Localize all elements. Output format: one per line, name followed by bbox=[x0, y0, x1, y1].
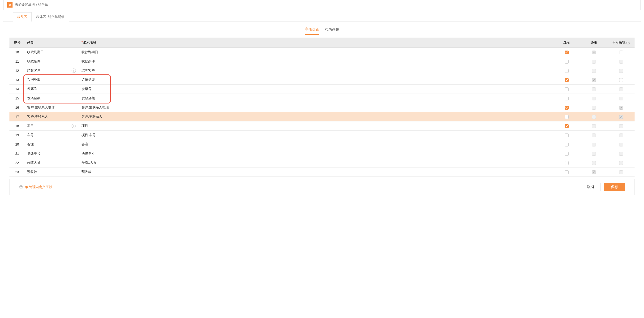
cell-seq: 11 bbox=[10, 57, 25, 66]
cell-name: 预收款 bbox=[25, 168, 79, 177]
cell-show bbox=[553, 168, 580, 177]
cell-name: 客户.主联系人电话 bbox=[25, 103, 79, 112]
section-tabs: 表头区表体区–销货单明细 bbox=[3, 10, 641, 22]
cell-display-name[interactable]: 结算客户 bbox=[79, 66, 553, 75]
cell-seq: 23 bbox=[10, 168, 25, 177]
cell-locked bbox=[608, 149, 634, 158]
cell-seq: 22 bbox=[10, 158, 25, 168]
cell-name: 发票号 bbox=[25, 84, 79, 94]
cancel-button[interactable]: 取消 bbox=[580, 183, 601, 191]
cell-show bbox=[553, 75, 580, 84]
checkbox-locked bbox=[619, 60, 623, 64]
checkbox-required bbox=[592, 97, 596, 100]
table-row: 22步骤人员步骤1人员 bbox=[10, 158, 634, 168]
cell-seq: 12 bbox=[10, 66, 25, 75]
cell-locked bbox=[608, 75, 634, 84]
cell-seq: 17 bbox=[10, 112, 25, 122]
cell-required bbox=[580, 103, 608, 112]
checkbox-show[interactable] bbox=[565, 143, 569, 146]
checkbox-required bbox=[592, 78, 596, 82]
checkbox-show[interactable] bbox=[565, 50, 569, 54]
sub-tab-0[interactable]: 字段设置 bbox=[305, 26, 319, 35]
cell-display-name[interactable]: 预收款 bbox=[79, 168, 553, 177]
manage-custom-fields-link[interactable]: 管理自定义字段 bbox=[25, 185, 52, 189]
cell-seq: 21 bbox=[10, 149, 25, 158]
section-tab-0[interactable]: 表头区 bbox=[13, 12, 32, 22]
checkbox-show[interactable] bbox=[565, 152, 569, 156]
cell-required bbox=[580, 48, 608, 57]
checkbox-locked[interactable] bbox=[619, 78, 623, 82]
cell-seq: 18 bbox=[10, 122, 25, 131]
checkbox-required bbox=[592, 69, 596, 73]
cell-display-name[interactable]: 收款到期日 bbox=[79, 48, 553, 57]
save-button[interactable]: 保存 bbox=[604, 183, 625, 191]
checkbox-show[interactable] bbox=[565, 106, 569, 110]
checkbox-show[interactable] bbox=[565, 60, 569, 64]
cell-name: 项目+ bbox=[25, 122, 79, 131]
checkbox-locked bbox=[619, 106, 623, 110]
field-table-wrapper: 序号 列名 *显示名称 显示 必录 不可编辑? 10收款到期日收款到期日11收款… bbox=[10, 38, 634, 177]
table-row: 16客户.主联系人电话客户.主联系人电话 bbox=[10, 103, 634, 112]
cell-required bbox=[580, 75, 608, 84]
cell-show bbox=[553, 103, 580, 112]
checkbox-locked bbox=[619, 152, 623, 156]
checkbox-show[interactable] bbox=[565, 97, 569, 100]
cell-display-name[interactable]: 客户.主联系人电话 bbox=[79, 103, 553, 112]
cell-locked bbox=[608, 158, 634, 168]
cell-required bbox=[580, 131, 608, 140]
cell-display-name[interactable]: 项目.车号 bbox=[79, 131, 553, 140]
help-icon[interactable]: ? bbox=[626, 41, 630, 44]
cell-locked bbox=[608, 66, 634, 75]
checkbox-locked bbox=[619, 115, 623, 119]
cell-display-name[interactable]: 项目 bbox=[79, 122, 553, 131]
cell-display-name[interactable]: 发票号 bbox=[79, 84, 553, 94]
checkbox-show[interactable] bbox=[565, 88, 569, 91]
cell-name: 收款条件 bbox=[25, 57, 79, 66]
cell-show bbox=[553, 131, 580, 140]
table-row: 12结算客户+结算客户 bbox=[10, 66, 634, 75]
cell-required bbox=[580, 140, 608, 149]
cell-display-name[interactable]: 备注 bbox=[79, 140, 553, 149]
checkbox-show[interactable] bbox=[565, 134, 569, 137]
th-seq: 序号 bbox=[10, 38, 25, 48]
cell-display-name[interactable]: 收款条件 bbox=[79, 57, 553, 66]
checkbox-required bbox=[592, 88, 596, 91]
checkbox-locked bbox=[619, 88, 623, 91]
checkbox-required bbox=[592, 143, 596, 146]
cell-locked bbox=[608, 168, 634, 177]
checkbox-locked bbox=[619, 161, 623, 165]
cell-display-name[interactable]: 客户.主联系人 bbox=[79, 112, 553, 122]
cell-locked bbox=[608, 84, 634, 94]
checkbox-required bbox=[592, 115, 596, 119]
checkbox-show[interactable] bbox=[565, 170, 569, 174]
section-tab-1[interactable]: 表体区–销货单明细 bbox=[32, 12, 69, 22]
cell-display-name[interactable]: 步骤1人员 bbox=[79, 158, 553, 168]
collapse-toggle[interactable] bbox=[7, 2, 12, 8]
cell-display-name[interactable]: 发票金额 bbox=[79, 94, 553, 103]
cell-locked bbox=[608, 94, 634, 103]
checkbox-show[interactable] bbox=[565, 124, 569, 128]
th-locked: 不可编辑? bbox=[608, 38, 634, 48]
cell-display-name[interactable]: 票据类型 bbox=[79, 75, 553, 84]
cell-name: 收款到期日 bbox=[25, 48, 79, 57]
cell-locked bbox=[608, 140, 634, 149]
cell-display-name[interactable]: 快递单号 bbox=[79, 149, 553, 158]
cell-show bbox=[553, 66, 580, 75]
th-required: 必录 bbox=[580, 38, 608, 48]
cell-required bbox=[580, 149, 608, 158]
checkbox-locked[interactable] bbox=[619, 50, 623, 54]
plus-icon[interactable]: + bbox=[72, 124, 76, 128]
checkbox-show[interactable] bbox=[565, 115, 569, 119]
cell-name: 结算客户+ bbox=[25, 66, 79, 75]
cell-show bbox=[553, 48, 580, 57]
question-icon[interactable]: ? bbox=[19, 185, 23, 189]
plus-icon[interactable]: + bbox=[72, 68, 76, 73]
checkbox-show[interactable] bbox=[565, 69, 569, 73]
checkbox-required bbox=[592, 50, 596, 54]
cell-required bbox=[580, 112, 608, 122]
checkbox-show[interactable] bbox=[565, 78, 569, 82]
cell-show bbox=[553, 84, 580, 94]
table-row: 10收款到期日收款到期日 bbox=[10, 48, 634, 57]
sub-tab-1[interactable]: 布局调整 bbox=[325, 26, 339, 35]
checkbox-show[interactable] bbox=[565, 161, 569, 165]
